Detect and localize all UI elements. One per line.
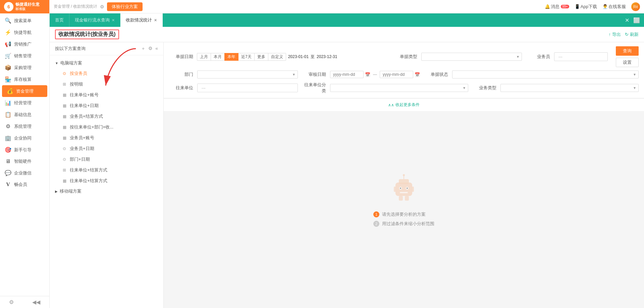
hardware-icon: 🖥	[5, 158, 11, 164]
sidebar-item-inventory[interactable]: 🏪 库存核算	[0, 73, 49, 85]
gear-icon[interactable]: ⚙	[100, 4, 104, 9]
newbie-icon: 🎯	[5, 147, 11, 153]
tab-collection[interactable]: 收款情况统计 ✕	[120, 13, 163, 27]
salesperson-select[interactable]: ···	[554, 52, 608, 61]
scheme-item-sales-settlement[interactable]: ▦ 业务员+结算方式	[50, 111, 163, 122]
app-name: 畅捷通好生意	[15, 2, 40, 7]
date-tab-this-year[interactable]: 本年	[224, 53, 238, 61]
date-tab-7days[interactable]: 近7天	[238, 53, 255, 61]
tab-home[interactable]: 首页	[50, 13, 69, 27]
add-scheme-button[interactable]: ＋	[141, 46, 146, 52]
member-icon: V	[5, 182, 11, 188]
partner-dots[interactable]: ···	[202, 85, 206, 91]
salesperson-dots[interactable]: ···	[558, 54, 562, 59]
export-icon: ↑	[609, 32, 611, 37]
date-tab-custom[interactable]: 自定义	[268, 53, 286, 61]
date-tab-more[interactable]: 更多	[254, 53, 268, 61]
scheme-item-partner-settle1[interactable]: ⊞ 往来单位+结算方式	[50, 165, 163, 175]
calendar-from-icon[interactable]: 📅	[365, 72, 370, 77]
online-service-button[interactable]: 👨‍💼 在线客服	[602, 4, 626, 10]
date-dash: —	[372, 72, 378, 77]
scheme-item-salesperson[interactable]: ⊙ 按业务员	[50, 68, 163, 79]
filter-row-2: 部门 ▾ 审核日期 📅 — 📅 单据状态	[169, 70, 639, 79]
sidebar-item-corp[interactable]: 🏢 企业协同	[0, 132, 49, 144]
scheme-group-mobile-label: 移动端方案	[60, 188, 82, 194]
scheme-item-partner-settle2[interactable]: ▦ 往来单位+结算方式	[50, 175, 163, 186]
app-logo-icon: 6	[4, 2, 13, 11]
tab-bar-actions: ✕ ⬜	[621, 17, 644, 23]
calendar-to-icon[interactable]: 📅	[415, 72, 420, 77]
salesperson-label: 业务员	[526, 54, 550, 60]
date-tab-last-month[interactable]: 上月	[197, 53, 211, 61]
audit-date-from[interactable]	[330, 71, 364, 78]
sidebar-item-quick[interactable]: ⚡ 快捷导航	[0, 27, 49, 38]
sidebar-item-label: 采购管理	[14, 65, 32, 71]
scheme-item-sales-date[interactable]: ⊙ 业务员+日期	[50, 143, 163, 154]
voucher-type-select[interactable]: ▾	[421, 53, 522, 61]
setting-button[interactable]: 设置	[616, 58, 639, 67]
partner-category-select[interactable]: ▾	[330, 84, 468, 92]
scheme-icon: ▦	[62, 178, 67, 184]
basic-icon: 📋	[5, 111, 11, 118]
query-button[interactable]: 查询	[616, 46, 639, 56]
message-badge: 99+	[561, 5, 569, 8]
scheme-group-pc-header[interactable]: ▼ 电脑端方案	[50, 58, 163, 68]
scheme-item-dept-date[interactable]: ⊙ 部门+日期	[50, 154, 163, 165]
voucher-status-select[interactable]: ▾	[452, 70, 639, 79]
voucher-type-label: 单据类型	[393, 54, 417, 60]
dept-select[interactable]: ▾	[197, 70, 298, 79]
app-download-button[interactable]: 📱 App下载	[575, 4, 597, 10]
sidebar-settings-icon[interactable]: ⚙	[9, 299, 14, 305]
empty-area: 1 请先选择要分析的方案 2 用过滤条件来缩小分析范围	[164, 111, 644, 308]
tab-collection-close[interactable]: ✕	[154, 18, 157, 22]
sidebar-item-label: 销售管理	[14, 53, 32, 59]
user-avatar: Rit	[631, 2, 640, 11]
sidebar-item-basic[interactable]: 📋 基础信息	[0, 109, 49, 120]
sidebar-item-search[interactable]: 🔍 搜索菜单	[0, 15, 49, 27]
scheme-item-detail[interactable]: ⊞ 按明细	[50, 79, 163, 90]
refresh-button[interactable]: ↻ 刷新	[625, 32, 639, 38]
sidebar-item-finance[interactable]: 💰 资金管理	[2, 85, 47, 97]
svg-point-12	[403, 174, 405, 176]
window-close-icon[interactable]: ✕	[625, 17, 629, 23]
sidebar-footer: ⚙ ◀◀	[0, 296, 49, 308]
scheme-item-partner-account[interactable]: ▦ 往来单位+账号	[50, 90, 163, 100]
empty-hint-1: 1 请先选择要分析的方案	[373, 211, 434, 217]
sidebar-item-system[interactable]: ⚙ 系统管理	[0, 120, 49, 132]
wechat-icon: 💬	[5, 170, 11, 176]
sidebar-item-hardware[interactable]: 🖥 智能硬件	[0, 156, 49, 167]
scheme-item-partner-dept[interactable]: ▦ 按往来单位+部门+收...	[50, 122, 163, 133]
message-button[interactable]: 🔔 消息 99+	[545, 4, 569, 10]
sidebar-item-label: 智能硬件	[14, 158, 32, 164]
window-maximize-icon[interactable]: ⬜	[633, 17, 640, 23]
sidebar-item-marketing[interactable]: 📢 营销推广	[0, 38, 49, 50]
right-panel: 单据日期 上月 本月 本年 近7天 更多 自定义 2023-	[164, 42, 644, 308]
inventory-icon: 🏪	[5, 76, 11, 83]
trial-button[interactable]: 体验行业方案	[107, 2, 143, 11]
sidebar-item-member[interactable]: V 畅会员	[0, 179, 49, 190]
scheme-settings-icon[interactable]: ⚙	[148, 46, 153, 52]
audit-date-to[interactable]	[380, 71, 413, 78]
export-button[interactable]: ↑ 导出	[609, 32, 621, 38]
tab-bank-close[interactable]: ✕	[112, 18, 115, 22]
partner-select[interactable]: ···	[197, 84, 298, 92]
user-area[interactable]: Rit	[631, 2, 640, 11]
collapse-bar[interactable]: ∧∧ 收起更多条件	[164, 98, 644, 111]
date-tab-this-month[interactable]: 本月	[211, 53, 225, 61]
sidebar-item-operation[interactable]: 📊 经营管理	[0, 97, 49, 109]
sidebar-item-sales[interactable]: 🛒 销售管理	[0, 50, 49, 62]
date-filter-control: 上月 本月 本年 近7天 更多 自定义 2023-01-01 至 2023-12…	[197, 53, 389, 61]
scheme-item-sales-account[interactable]: ▦ 业务员+账号	[50, 133, 163, 143]
collapse-panel-button[interactable]: «	[155, 46, 158, 52]
sidebar-item-label: 系统管理	[14, 123, 32, 130]
scheme-item-partner-date[interactable]: ▦ 往来单位+日期	[50, 100, 163, 111]
tab-bank[interactable]: 现金银行流水查询 ✕	[69, 13, 120, 27]
sidebar-item-newbie[interactable]: 🎯 新手引导	[0, 144, 49, 156]
sidebar-item-wechat[interactable]: 💬 企业微信	[0, 167, 49, 179]
sidebar-collapse-icon[interactable]: ◀◀	[32, 299, 40, 305]
tab-collection-label: 收款情况统计	[126, 17, 152, 23]
scheme-item-label: 业务员+结算方式	[70, 113, 103, 119]
sidebar-item-purchase[interactable]: 📦 采购管理	[0, 62, 49, 73]
scheme-group-mobile-header[interactable]: ▶ 移动端方案	[50, 186, 163, 196]
biz-type-select[interactable]: ▾	[500, 84, 639, 92]
